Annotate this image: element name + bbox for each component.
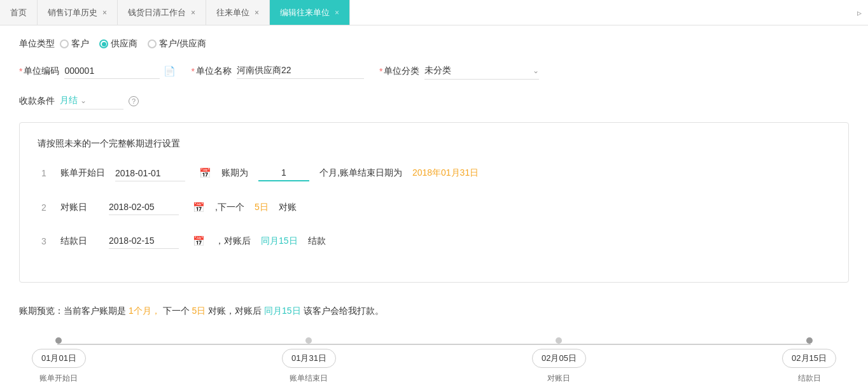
timeline-label-3: 对账日 bbox=[547, 373, 570, 384]
preview-part1-label: 下一个 bbox=[163, 306, 190, 316]
timeline-badge-1: 01月01日 bbox=[32, 349, 86, 368]
tab-cash-work-label: 钱货日清工作台 bbox=[128, 7, 186, 18]
timeline-label-4: 结款日 bbox=[798, 373, 821, 384]
cal-icon-3[interactable]: 📅 bbox=[193, 236, 205, 247]
unit-type-radio-group: 客户 供应商 客户/供应商 bbox=[60, 38, 206, 50]
timeline-dot-1 bbox=[55, 337, 62, 344]
timeline-dot-3 bbox=[556, 337, 562, 344]
cal-icon-2[interactable]: 📅 bbox=[193, 202, 205, 213]
unit-name-label: 单位名称 bbox=[196, 66, 232, 77]
close-icon[interactable]: × bbox=[102, 8, 107, 17]
setting-row-3: 3 结款日 📅 ，对账后 同月15日 结款 bbox=[38, 233, 830, 249]
unit-code-required: * bbox=[19, 66, 22, 76]
settings-card: 请按照未来的一个完整帐期进行设置 1 账单开始日 📅 账期为 个月,账单结束日期… bbox=[19, 122, 849, 283]
unit-code-icon[interactable]: 📄 bbox=[164, 66, 176, 77]
cal-icon-1[interactable]: 📅 bbox=[199, 167, 211, 179]
preview-part2-suffix: 对账，对账后 bbox=[208, 306, 262, 316]
setting-row-2: 2 对账日 📅 ,下一个 5日 对账 bbox=[38, 199, 830, 215]
payment-terms-row: 收款条件 月结 ⌄ ? bbox=[19, 92, 849, 109]
radio-customer[interactable]: 客户 bbox=[60, 38, 89, 50]
timeline-label-1: 账单开始日 bbox=[39, 373, 78, 384]
unit-type-label: 单位类型 bbox=[19, 38, 55, 50]
period-input[interactable] bbox=[258, 165, 309, 181]
preview-section: 账期预览：当前客户账期是 1个月， 下一个 5日 对账，对账后 同月15日 该客… bbox=[19, 295, 849, 384]
radio-supplier-label: 供应商 bbox=[111, 38, 137, 50]
tab-cash-work[interactable]: 钱货日清工作台 × bbox=[118, 0, 206, 25]
unit-code-label: 单位编码 bbox=[24, 66, 59, 77]
chevron-down-icon: ⌄ bbox=[533, 66, 539, 75]
payment-terms-select[interactable]: 月结 ⌄ bbox=[60, 92, 123, 109]
radio-customer-circle bbox=[60, 39, 69, 48]
period-end-date: 2018年01月31日 bbox=[412, 167, 479, 179]
unit-name-input[interactable] bbox=[237, 63, 364, 79]
hint-prefix-2: ,下一个 bbox=[215, 202, 244, 213]
payment-terms-label: 收款条件 bbox=[19, 95, 55, 107]
tab-edit-unit[interactable]: 编辑往来单位 × bbox=[270, 0, 350, 25]
tab-unit-visit-label: 往来单位 bbox=[216, 7, 249, 18]
timeline-dot-2 bbox=[305, 337, 312, 344]
preview-part3-teal: 同月15日 bbox=[264, 306, 301, 316]
hint-suffix-3: 结款 bbox=[308, 236, 326, 247]
row-num-3: 3 bbox=[38, 236, 50, 246]
timeline: 01月01日 账单开始日 01月31日 账单结束日 02月05日 对账日 02月… bbox=[32, 330, 836, 384]
unit-info-row: * 单位编码 📄 * 单位名称 * 单位分类 未分类 ⌄ bbox=[19, 62, 849, 80]
date-input-3[interactable] bbox=[109, 233, 179, 249]
timeline-items: 01月01日 账单开始日 01月31日 账单结束日 02月05日 对账日 02月… bbox=[32, 330, 836, 384]
chevron-down-icon: ⌄ bbox=[80, 96, 87, 105]
timeline-badge-2: 01月31日 bbox=[282, 349, 336, 368]
hint-suffix-2: 对账 bbox=[279, 202, 297, 213]
timeline-badge-4: 02月15日 bbox=[782, 349, 836, 368]
timeline-badge-3: 02月05日 bbox=[532, 349, 586, 368]
timeline-dot-4 bbox=[806, 337, 813, 344]
radio-supplier[interactable]: 供应商 bbox=[99, 38, 137, 50]
card-title: 请按照未来的一个完整帐期进行设置 bbox=[38, 138, 830, 150]
hint-orange-2: 5日 bbox=[255, 202, 269, 213]
unit-category-required: * bbox=[379, 66, 382, 76]
tab-home[interactable]: 首页 bbox=[0, 0, 38, 25]
date-input-2[interactable] bbox=[109, 199, 179, 215]
tab-unit-visit[interactable]: 往来单位 × bbox=[206, 0, 270, 25]
tab-sales-history-label: 销售订单历史 bbox=[48, 7, 97, 18]
timeline-item-3: 02月05日 对账日 bbox=[532, 330, 586, 384]
row-type-label-3: 结款日 bbox=[60, 236, 99, 247]
timeline-label-2: 账单结束日 bbox=[290, 373, 328, 384]
tabs-bar: 首页 销售订单历史 × 钱货日清工作台 × 往来单位 × 编辑往来单位 × ▹ bbox=[0, 0, 868, 25]
payment-terms-value: 月结 bbox=[60, 95, 78, 106]
content-area: 单位类型 客户 供应商 客户/供应商 * 单位编码 📄 * 单位名称 bbox=[0, 25, 868, 387]
tab-sales-history[interactable]: 销售订单历史 × bbox=[38, 0, 118, 25]
close-icon[interactable]: × bbox=[255, 8, 259, 17]
period-suffix-1: 个月,账单结束日期为 bbox=[319, 167, 402, 179]
row-type-label-1: 账单开始日 bbox=[60, 167, 105, 179]
tab-edit-unit-label: 编辑往来单位 bbox=[280, 7, 330, 18]
tab-arrow[interactable]: ▹ bbox=[851, 8, 868, 18]
timeline-item-1: 01月01日 账单开始日 bbox=[32, 330, 86, 384]
row-type-label-2: 对账日 bbox=[60, 202, 99, 213]
date-input-1[interactable] bbox=[115, 165, 185, 181]
unit-type-row: 单位类型 客户 供应商 客户/供应商 bbox=[19, 38, 849, 50]
unit-category-dropdown[interactable]: 未分类 ⌄ bbox=[424, 62, 539, 80]
preview-label: 账期预览：当前客户账期是 bbox=[19, 306, 126, 316]
setting-row-1: 1 账单开始日 📅 账期为 个月,账单结束日期为 2018年01月31日 bbox=[38, 165, 830, 181]
radio-both[interactable]: 客户/供应商 bbox=[148, 38, 206, 50]
help-icon[interactable]: ? bbox=[129, 96, 139, 106]
tab-home-label: 首页 bbox=[10, 7, 27, 18]
preview-part3-suffix: 该客户会给我打款。 bbox=[304, 306, 384, 316]
close-icon[interactable]: × bbox=[335, 8, 339, 17]
unit-name-required: * bbox=[191, 66, 194, 76]
preview-part2-orange: 5日 bbox=[192, 306, 206, 316]
preview-part1: 1个月， bbox=[129, 306, 160, 316]
unit-category-value: 未分类 bbox=[424, 65, 533, 76]
hint-teal-3: 同月15日 bbox=[261, 236, 298, 247]
timeline-item-2: 01月31日 账单结束日 bbox=[282, 330, 336, 384]
period-prefix-1: 账期为 bbox=[221, 167, 248, 179]
unit-category-label: 单位分类 bbox=[384, 66, 419, 77]
preview-text: 账期预览：当前客户账期是 1个月， 下一个 5日 对账，对账后 同月15日 该客… bbox=[19, 306, 849, 317]
unit-code-input[interactable] bbox=[64, 63, 160, 79]
timeline-item-4: 02月15日 结款日 bbox=[782, 330, 836, 384]
row-num-1: 1 bbox=[38, 168, 50, 178]
radio-both-circle bbox=[148, 39, 157, 48]
close-icon[interactable]: × bbox=[191, 8, 195, 17]
radio-both-label: 客户/供应商 bbox=[159, 38, 206, 50]
radio-supplier-circle bbox=[99, 39, 108, 48]
radio-customer-label: 客户 bbox=[71, 38, 89, 50]
